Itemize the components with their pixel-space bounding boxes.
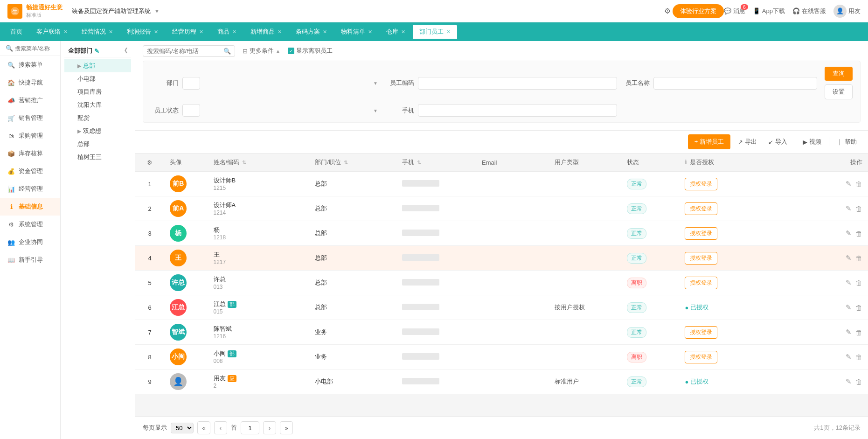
- nav-tab-利润报告[interactable]: 利润报告✕: [120, 25, 165, 39]
- edit-button[interactable]: ✎: [846, 353, 852, 361]
- search-icon[interactable]: 🔍: [223, 48, 231, 55]
- more-button[interactable]: ｜ 帮助: [833, 136, 861, 148]
- nav-tab-经营情况[interactable]: 经营情况✕: [75, 25, 119, 39]
- nav-tab-经营历程[interactable]: 经营历程✕: [166, 25, 210, 39]
- query-button[interactable]: 查询: [825, 67, 853, 81]
- sidebar-item-2[interactable]: 📣营销推广: [0, 91, 60, 109]
- sidebar-item-6[interactable]: 💰资金管理: [0, 162, 60, 180]
- dept-node-ph[interactable]: 配货: [64, 111, 131, 125]
- edit-button[interactable]: ✎: [846, 303, 852, 312]
- delete-button[interactable]: 🗑: [855, 328, 862, 336]
- sidebar-item-0[interactable]: 🔍搜索菜单: [0, 56, 60, 74]
- gear-button[interactable]: ⚙: [662, 5, 673, 17]
- sidebar-item-3[interactable]: 🛒销售管理: [0, 109, 60, 127]
- nav-tab-仓库[interactable]: 仓库✕: [380, 25, 412, 39]
- dept-node-xd[interactable]: 小电部: [64, 72, 131, 85]
- auth-login-button[interactable]: 授权登录: [685, 227, 717, 240]
- online-service-button[interactable]: 🎧 在线客服: [792, 7, 826, 15]
- set-button[interactable]: 设置: [825, 84, 853, 99]
- nav-tab-商品[interactable]: 商品✕: [211, 25, 243, 39]
- add-employee-button[interactable]: + 新增员工: [688, 134, 730, 149]
- tab-close-icon[interactable]: ✕: [154, 29, 158, 35]
- filter-empstatus-select[interactable]: [182, 104, 200, 117]
- export-button[interactable]: ↗ 导出: [734, 136, 761, 148]
- next-page-button[interactable]: ›: [263, 421, 276, 434]
- delete-button[interactable]: 🗑: [855, 353, 862, 361]
- nav-tab-首页[interactable]: 首页: [4, 25, 29, 39]
- delete-button[interactable]: 🗑: [855, 180, 862, 188]
- delete-button[interactable]: 🗑: [855, 204, 862, 213]
- dept-node-sydk[interactable]: 沈阳大库: [64, 98, 131, 111]
- delete-button[interactable]: 🗑: [855, 229, 862, 237]
- view-button[interactable]: ▶ 视频: [799, 136, 825, 148]
- dept-node-xmkf[interactable]: 项目库房: [64, 85, 131, 98]
- auth-login-button[interactable]: 授权登录: [685, 178, 717, 190]
- trial-button[interactable]: 体验行业方案: [673, 4, 724, 18]
- sidebar-item-10[interactable]: 👥企业协同: [0, 233, 60, 251]
- tab-close-icon[interactable]: ✕: [401, 29, 405, 35]
- sidebar-item-7[interactable]: 📊经营管理: [0, 180, 60, 198]
- filter-dept-select[interactable]: [182, 77, 200, 90]
- tab-close-icon[interactable]: ✕: [368, 29, 372, 35]
- system-dropdown-arrow[interactable]: ▼: [154, 8, 160, 14]
- message-button[interactable]: 💬 消息 6: [724, 7, 745, 15]
- auth-login-button[interactable]: 授权登录: [685, 326, 717, 339]
- tab-close-icon[interactable]: ✕: [109, 29, 113, 35]
- dept-edit-icon[interactable]: ✎: [94, 48, 99, 55]
- app-download-button[interactable]: 📱 App下载: [753, 7, 785, 15]
- tab-close-icon[interactable]: ✕: [278, 29, 282, 35]
- delete-button[interactable]: 🗑: [855, 303, 862, 312]
- page-size-select[interactable]: 50: [171, 423, 194, 433]
- nav-tab-条码方案[interactable]: 条码方案✕: [289, 25, 333, 39]
- settings-icon[interactable]: ⚙: [147, 159, 153, 166]
- dept-node-head[interactable]: ▶总部: [64, 59, 131, 72]
- dept-node-slx[interactable]: ▶双虑想: [64, 125, 131, 138]
- edit-button[interactable]: ✎: [846, 180, 852, 188]
- tab-close-icon[interactable]: ✕: [323, 29, 327, 35]
- sidebar-item-1[interactable]: 🏠快捷导航: [0, 74, 60, 91]
- sidebar-item-8[interactable]: ℹ基础信息: [0, 198, 60, 216]
- th-name[interactable]: 姓名/编码 ⇅: [208, 153, 310, 172]
- sidebar-search-input[interactable]: [15, 45, 52, 52]
- edit-button[interactable]: ✎: [846, 279, 852, 287]
- sidebar-item-11[interactable]: 📖新手引导: [0, 251, 60, 269]
- edit-button[interactable]: ✎: [846, 328, 852, 336]
- nav-tab-部门员工[interactable]: 部门员工✕: [413, 25, 457, 39]
- dept-collapse-icon[interactable]: 《: [121, 47, 127, 55]
- tab-close-icon[interactable]: ✕: [63, 29, 68, 35]
- tab-close-icon[interactable]: ✕: [232, 29, 236, 35]
- nav-tab-物料清单[interactable]: 物料清单✕: [334, 25, 379, 39]
- filter-empname-input[interactable]: [653, 77, 817, 90]
- last-page-button[interactable]: »: [280, 421, 293, 434]
- first-page-button[interactable]: «: [197, 421, 210, 434]
- import-button[interactable]: ↙ 导入: [764, 136, 791, 148]
- user-area[interactable]: 👤 用友: [833, 5, 861, 18]
- delete-button[interactable]: 🗑: [855, 377, 862, 386]
- show-resigned-checkbox[interactable]: ✓ 显示离职员工: [288, 47, 333, 55]
- delete-button[interactable]: 🗑: [855, 254, 862, 262]
- edit-button[interactable]: ✎: [846, 254, 852, 262]
- auth-login-button[interactable]: 授权登录: [685, 202, 717, 215]
- more-filter-button[interactable]: ⊟ 更多条件 ▲: [239, 45, 284, 57]
- dept-node-zsws[interactable]: 植树王三: [64, 151, 131, 164]
- prev-page-button[interactable]: ‹: [214, 421, 227, 434]
- search-input[interactable]: [147, 48, 222, 55]
- edit-button[interactable]: ✎: [846, 204, 852, 213]
- delete-button[interactable]: 🗑: [855, 279, 862, 287]
- sidebar-item-5[interactable]: 📦库存核算: [0, 145, 60, 162]
- auth-login-button[interactable]: 授权登录: [685, 277, 717, 289]
- tab-close-icon[interactable]: ✕: [199, 29, 203, 35]
- tab-close-icon[interactable]: ✕: [446, 29, 451, 35]
- th-phone[interactable]: 手机 ⇅: [396, 153, 476, 172]
- edit-button[interactable]: ✎: [846, 229, 852, 237]
- filter-empcode-input[interactable]: [418, 77, 617, 90]
- sidebar-item-9[interactable]: ⚙系统管理: [0, 216, 60, 233]
- dept-node-zb[interactable]: 总部: [64, 138, 131, 151]
- sidebar-item-4[interactable]: 🛍采购管理: [0, 127, 60, 145]
- th-dept[interactable]: 部门/职位 ⇅: [309, 153, 396, 172]
- auth-login-button[interactable]: 授权登录: [685, 351, 717, 363]
- nav-tab-新增商品[interactable]: 新增商品✕: [244, 25, 288, 39]
- filter-phone-input[interactable]: [418, 104, 617, 117]
- edit-button[interactable]: ✎: [846, 377, 852, 386]
- auth-login-button[interactable]: 授权登录: [685, 252, 717, 265]
